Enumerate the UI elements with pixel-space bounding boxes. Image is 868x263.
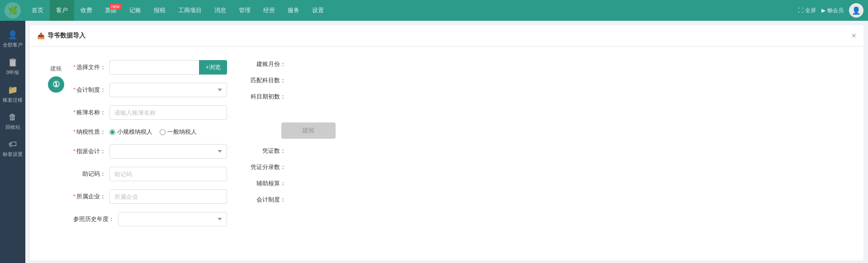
nav-item-invoices[interactable]: 票据 new [99,0,123,21]
right-info-group-2: 凭证数： 凭证分录数： 辅助核算： 会计制度： [245,147,372,204]
step-label: 建账 [50,65,62,73]
file-label: 选择文件： [73,63,106,71]
match-subjects-row: 匹配科目数： [245,76,372,85]
app-logo[interactable]: 🌿 [5,2,21,19]
right-btn-area: 建账 [245,109,372,139]
form-right-section: 建账月份： 匹配科目数： 科目期初数： 建账 [245,60,372,226]
panel-header: 📤 导爷数据导入 × [30,25,863,47]
nav-items-container: 首页 客户 收费 票据 new 记账 报税 工商项目 消息 管理 经营 [25,0,798,21]
auxiliary-label: 辅助核算： [245,179,286,188]
voucher-count-label: 凭证数： [245,147,286,155]
small-taxpayer-radio[interactable]: 小规模纳税人 [109,128,152,136]
top-navigation: 🌿 首页 客户 收费 票据 new 记账 报税 工商项目 消息 管理 [0,0,868,21]
nav-item-home[interactable]: 首页 [25,0,50,21]
company-row: 所属企业： [73,189,227,204]
sidebar-item-zero-declaration[interactable]: 📋 0申报 [0,53,25,80]
close-button[interactable]: × [851,32,856,40]
ledger-name-label: 账簿名称： [73,108,106,117]
panel-title: 📤 导爷数据导入 [37,32,85,40]
history-year-row: 参照历史年度： [73,212,227,226]
nav-item-settings[interactable]: 设置 [306,0,330,21]
general-taxpayer-radio[interactable]: 一般纳税人 [160,128,197,136]
company-input[interactable] [109,189,227,204]
voucher-count-row: 凭证数： [245,147,372,155]
file-input-row: +浏览 [109,60,227,75]
nav-item-business[interactable]: 工商项目 [172,0,208,21]
ledger-name-input[interactable] [109,105,227,120]
subject-initial-row: 科目期初数： [245,93,372,101]
history-year-label: 参照历史年度： [73,215,114,223]
user-avatar[interactable]: 👤 [849,3,863,18]
main-content: 📤 导爷数据导入 × 建账 ① 选择文件： [25,21,868,263]
right-accounting-system-label: 会计制度： [245,196,286,204]
sidebar-item-all-clients[interactable]: 👤 全部客户 [0,25,25,53]
file-text-input[interactable] [109,60,199,75]
fullscreen-button[interactable]: ⛶ 全屏 [798,7,816,14]
sidebar-item-label-settings[interactable]: 🏷 标签设置 [0,135,25,162]
sidebar-item-recycle-bin[interactable]: 🗑 回收站 [0,108,25,135]
nav-item-management[interactable]: 管理 [232,0,257,21]
nav-right-area: ⛶ 全屏 ▶ 畅会员 👤 [798,3,863,18]
file-select-row: 选择文件： +浏览 [73,60,227,75]
nav-item-tax[interactable]: 报税 [147,0,172,21]
tax-type-label: 纳税性质： [73,128,106,136]
memo-row: 助记码： [73,167,227,181]
build-month-label: 建账月份： [245,60,286,68]
member-icon: ▶ [821,7,825,14]
memo-label: 助记码： [73,170,106,178]
ledger-name-row: 账簿名称： [73,105,227,120]
auxiliary-row: 辅助核算： [245,179,372,188]
tax-type-radio-group: 小规模纳税人 一般纳税人 [109,128,227,136]
accounting-system-row: 会计制度： [73,83,227,97]
member-button[interactable]: ▶ 畅会员 [821,7,844,14]
accounting-system-select[interactable] [109,83,227,97]
form-left-section: 建账 ① 选择文件： +浏览 [48,60,227,226]
avatar-icon: 👤 [852,6,861,15]
new-badge: new [109,4,121,9]
build-account-button[interactable]: 建账 [281,122,336,139]
step-circle: ① [48,76,64,93]
sidebar-item-account-migration[interactable]: 📁 账套迁移 [0,80,25,108]
form-area: 建账 ① 选择文件： +浏览 [30,47,863,240]
history-year-select[interactable] [118,212,227,226]
match-subjects-label: 匹配科目数： [245,76,286,85]
memo-input[interactable] [109,167,227,181]
form-fields: 选择文件： +浏览 会计制度： [73,60,227,226]
nav-item-operations[interactable]: 经营 [257,0,281,21]
step-indicator: 建账 ① [48,60,64,93]
general-taxpayer-input[interactable] [160,129,166,135]
company-label: 所属企业： [73,193,106,201]
nav-item-clients[interactable]: 客户 [50,0,74,21]
subject-initial-label: 科目期初数： [245,93,286,101]
browse-button[interactable]: +浏览 [199,60,227,75]
tax-type-row: 纳税性质： 小规模纳税人 一般纳税人 [73,128,227,136]
nav-item-bookkeeping[interactable]: 记账 [123,0,147,21]
nav-item-billing[interactable]: 收费 [74,0,99,21]
voucher-entries-label: 凭证分录数： [245,163,286,171]
import-panel: 📤 导爷数据导入 × 建账 ① 选择文件： [30,25,863,260]
right-accounting-system-row: 会计制度： [245,196,372,204]
accountant-row: 指派会计： [73,144,227,159]
all-clients-icon: 👤 [8,30,18,40]
build-month-row: 建账月份： [245,60,372,68]
right-info-group: 建账月份： 匹配科目数： 科目期初数： [245,60,372,101]
accountant-select[interactable] [109,144,227,159]
fullscreen-icon: ⛶ [798,7,803,14]
small-taxpayer-input[interactable] [109,129,115,135]
migration-icon: 📁 [8,85,18,95]
label-settings-icon: 🏷 [9,140,17,149]
sidebar: 👤 全部客户 📋 0申报 📁 账套迁移 🗑 回收站 🏷 标签设置 [0,21,25,263]
accountant-label: 指派会计： [73,147,106,155]
nav-item-messages[interactable]: 消息 [208,0,232,21]
zero-declaration-icon: 📋 [8,57,18,67]
nav-item-services[interactable]: 服务 [281,0,306,21]
logo-icon: 🌿 [8,5,18,15]
recycle-bin-icon: 🗑 [9,113,17,122]
accounting-system-label: 会计制度： [73,86,106,94]
import-icon: 📤 [37,32,45,39]
voucher-entries-row: 凭证分录数： [245,163,372,171]
